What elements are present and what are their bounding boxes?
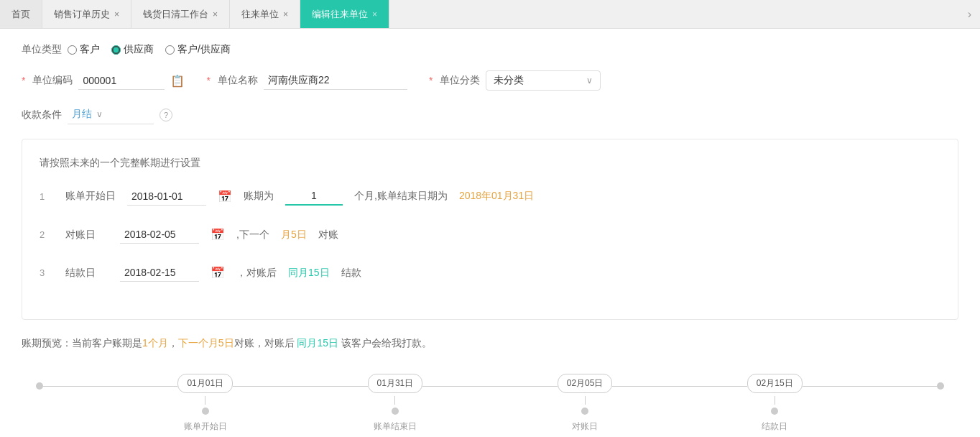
reconcile-date-input[interactable] bbox=[120, 226, 199, 244]
timeline-stem-1 bbox=[205, 396, 205, 405]
radio-customer-label: 客户 bbox=[80, 43, 100, 56]
timeline-node-1: 01月01日 账单开始日 bbox=[177, 374, 233, 433]
setting-label-2: 对账日 bbox=[65, 229, 108, 242]
tab-sales-history-close[interactable]: × bbox=[114, 9, 119, 19]
preview-section: 账期预览：当前客户账期是1个月，下一个月5日对账，对账后 同月15日 该客户会给… bbox=[22, 334, 958, 352]
reconcile-highlight: 月5日 bbox=[281, 229, 307, 242]
timeline-line-2 bbox=[233, 386, 367, 387]
unit-code-input[interactable] bbox=[78, 72, 165, 90]
timeline-right-end bbox=[937, 382, 944, 390]
radio-both-label: 客户/供应商 bbox=[177, 43, 231, 56]
unit-code-field: * 单位编码 📋 bbox=[22, 72, 185, 90]
setting-num-1: 1 bbox=[40, 191, 54, 202]
timeline-left-end bbox=[36, 382, 43, 390]
timeline-dot-3 bbox=[581, 408, 588, 415]
setting-num-2: 2 bbox=[40, 229, 54, 240]
radio-supplier-label: 供应商 bbox=[124, 43, 154, 56]
tab-more-button[interactable]: › bbox=[959, 8, 980, 21]
reconcile-prefix: ,下一个 bbox=[236, 229, 269, 242]
timeline-stem-3 bbox=[585, 396, 586, 405]
main-content: 单位类型 客户 供应商 客户/供应商 * 单位编码 bbox=[0, 29, 980, 437]
timeline-stem-4 bbox=[775, 396, 775, 405]
radio-both-input[interactable] bbox=[165, 45, 175, 55]
reconcile-cal-icon[interactable]: 📅 bbox=[211, 228, 225, 242]
radio-supplier[interactable]: 供应商 bbox=[111, 43, 154, 56]
tab-bar: 首页 销售订单历史 × 钱货日清工作台 × 往来单位 × 编辑往来单位 × › bbox=[0, 0, 980, 29]
tab-edit-partner[interactable]: 编辑往来单位 × bbox=[300, 0, 389, 28]
payment-dropdown[interactable]: 月结 ∨ bbox=[68, 105, 154, 124]
tab-sales-history[interactable]: 销售订单历史 × bbox=[42, 0, 131, 28]
timeline-node-4: 02月15日 结款日 bbox=[747, 374, 803, 433]
timeline-node-2: 01月31日 账单结束日 bbox=[368, 374, 423, 433]
tab-cash-work[interactable]: 钱货日清工作台 × bbox=[131, 0, 230, 28]
timeline-label-2: 账单结束日 bbox=[374, 420, 417, 433]
unit-category-arrow-icon: ∨ bbox=[586, 75, 593, 86]
setting-row-1: 1 账单开始日 📅 账期为 个月,账单结束日期为 2018年01月31日 bbox=[40, 187, 940, 206]
radio-customer[interactable]: 客户 bbox=[68, 43, 100, 56]
payment-cal-icon[interactable]: 📅 bbox=[211, 266, 225, 280]
timeline-line-5 bbox=[803, 386, 937, 387]
timeline-dot-1 bbox=[202, 408, 209, 415]
preview-part2: 下一个月5日 bbox=[178, 337, 234, 349]
unit-type-field: 单位类型 客户 供应商 客户/供应商 bbox=[22, 43, 231, 56]
timeline-dot-4 bbox=[771, 408, 778, 415]
unit-type-row: 单位类型 客户 供应商 客户/供应商 bbox=[22, 43, 958, 56]
setting-label-1: 账单开始日 bbox=[65, 190, 116, 203]
tab-cash-work-close[interactable]: × bbox=[213, 9, 218, 19]
timeline-label-3: 对账日 bbox=[572, 420, 598, 433]
settings-box: 请按照未来的一个完整帐期进行设置 1 账单开始日 📅 账期为 个月,账单结束日期… bbox=[22, 139, 958, 320]
payment-arrow-icon: ∨ bbox=[96, 109, 103, 119]
unit-code-icon[interactable]: 📋 bbox=[170, 74, 185, 88]
unit-name-input[interactable] bbox=[264, 72, 407, 90]
radio-customer-input[interactable] bbox=[68, 45, 77, 55]
timeline-right-dot bbox=[937, 382, 944, 390]
tab-partner-close[interactable]: × bbox=[283, 9, 288, 19]
timeline-line-1 bbox=[43, 386, 177, 387]
payment-value: 月结 bbox=[72, 108, 92, 121]
payment-label: 收款条件 bbox=[22, 109, 62, 121]
timeline-pill-3: 02月05日 bbox=[558, 374, 613, 393]
timeline-line-3 bbox=[422, 386, 557, 387]
payment-help-icon[interactable]: ? bbox=[160, 109, 172, 121]
timeline-pill-1: 01月01日 bbox=[177, 374, 233, 393]
unit-category-star: * bbox=[429, 75, 433, 86]
period-label: 账期为 bbox=[244, 190, 274, 203]
setting-label-3: 结款日 bbox=[65, 267, 108, 280]
tab-home-label: 首页 bbox=[11, 8, 30, 21]
timeline-line-4 bbox=[612, 386, 746, 387]
unit-name-field: * 单位名称 bbox=[206, 72, 407, 90]
timeline-label-4: 结款日 bbox=[762, 420, 787, 433]
tab-edit-partner-label: 编辑往来单位 bbox=[312, 8, 368, 21]
reconcile-suffix: 对账 bbox=[318, 229, 338, 242]
tab-edit-partner-close[interactable]: × bbox=[372, 9, 377, 19]
preview-middle: 对账，对账后 bbox=[234, 337, 295, 349]
timeline-pill-2: 01月31日 bbox=[368, 374, 423, 393]
payment-prefix: ，对账后 bbox=[236, 267, 277, 280]
unit-name-star: * bbox=[206, 75, 210, 86]
unit-category-dropdown[interactable]: 未分类 ∨ bbox=[486, 70, 601, 91]
period-value-input[interactable] bbox=[285, 187, 343, 206]
tab-cash-work-label: 钱货日清工作台 bbox=[143, 8, 208, 21]
unit-info-row: * 单位编码 📋 * 单位名称 * 单位分类 未分类 ∨ bbox=[22, 70, 958, 91]
account-start-cal-icon[interactable]: 📅 bbox=[218, 190, 232, 203]
unit-type-label: 单位类型 bbox=[22, 43, 62, 56]
timeline-node-3: 02月05日 对账日 bbox=[558, 374, 613, 433]
payment-row: 收款条件 月结 ∨ ? bbox=[22, 105, 958, 124]
radio-supplier-input[interactable] bbox=[111, 45, 121, 55]
radio-both[interactable]: 客户/供应商 bbox=[165, 43, 231, 56]
preview-part3: 同月15日 bbox=[297, 337, 338, 349]
tab-home[interactable]: 首页 bbox=[0, 0, 42, 28]
timeline-label-1: 账单开始日 bbox=[184, 420, 227, 433]
account-start-date-input[interactable] bbox=[127, 188, 206, 206]
setting-num-3: 3 bbox=[40, 267, 54, 278]
timeline: 01月01日 账单开始日 01月31日 账单结束日 02月05日 对账日 02月… bbox=[22, 374, 958, 433]
timeline-stem-2 bbox=[394, 396, 395, 405]
radio-group: 客户 供应商 客户/供应商 bbox=[68, 43, 231, 56]
preview-part1: 1个月 bbox=[142, 337, 168, 349]
payment-suffix: 结款 bbox=[341, 267, 361, 280]
period-end-date: 2018年01月31日 bbox=[459, 190, 534, 203]
tab-partner[interactable]: 往来单位 × bbox=[230, 0, 300, 28]
period-unit: 个月,账单结束日期为 bbox=[354, 190, 448, 203]
timeline-dot-2 bbox=[392, 408, 399, 415]
payment-date-input[interactable] bbox=[120, 264, 199, 282]
